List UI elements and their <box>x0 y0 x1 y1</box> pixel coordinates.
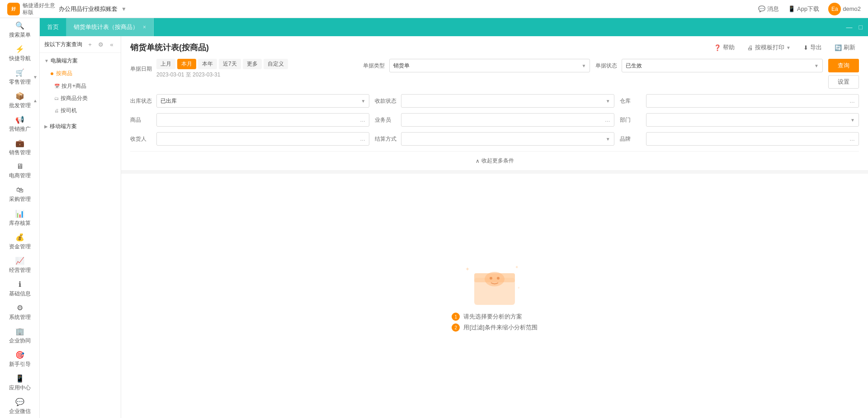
wholesale-arrow-icon: ▲ <box>33 98 38 103</box>
export-btn[interactable]: ⬇ 导出 <box>800 42 826 53</box>
scheme-item-by-category[interactable]: 🗂 按商品分类 <box>40 92 121 104</box>
breadcrumb-arrow-icon[interactable]: ▼ <box>121 6 127 12</box>
brand-input[interactable]: … <box>646 132 859 146</box>
filter-payment: 结算方式 ▼ <box>375 132 614 146</box>
warehouse-input[interactable]: … <box>646 94 859 108</box>
scheme-settings-btn[interactable]: ⚙ <box>96 40 105 49</box>
step-num-2: 2 <box>452 323 460 332</box>
svg-point-3 <box>490 277 492 280</box>
wechat-icon: 💬 <box>15 398 24 406</box>
date-range-text: 2023-03-01 至 2023-03-31 <box>156 71 358 79</box>
sidebar-item-retail[interactable]: 🛒 零售管理 ▼ <box>0 65 39 89</box>
sidebar-item-ecommerce[interactable]: 🖥 电商管理 <box>0 159 39 183</box>
scheme-group-desktop-header[interactable]: ▼ 电脑端方案 <box>40 55 121 67</box>
scheme-group-mobile-header[interactable]: ▶ 移动端方案 <box>40 120 121 133</box>
scheme-item-by-product[interactable]: 按商品 <box>40 67 121 80</box>
product-dots-icon[interactable]: … <box>360 117 365 123</box>
marketing-icon: 📢 <box>15 115 24 124</box>
doc-type-select[interactable]: 销货单 ▼ <box>389 59 590 72</box>
scheme-item-by-month-product[interactable]: 📅 按月+商品 <box>40 80 121 92</box>
date-btn-prev-month[interactable]: 上月 <box>156 59 175 69</box>
query-button[interactable]: 查询 <box>828 59 859 72</box>
consignee-dots-icon[interactable]: … <box>360 136 365 142</box>
scheme-panel-header: 按以下方案查询 + ⚙ « <box>40 36 121 53</box>
date-btn-7days[interactable]: 近7天 <box>219 59 241 69</box>
sidebar: 🔍 搜索菜单 ⚡ 快捷导航 🛒 零售管理 ▼ 📦 批发管理 ▲ 📢 营销推广 💼… <box>0 18 40 418</box>
scheme-panel-title: 按以下方案查询 <box>44 41 82 48</box>
print-btn[interactable]: 🖨 按模板打印 ▼ <box>744 42 794 53</box>
filter-row-1: 单据日期 上月 本月 本年 近7天 更多 自定义 20 <box>130 59 859 89</box>
staff-dots-icon[interactable]: … <box>605 117 610 123</box>
help-btn[interactable]: ❓ 帮助 <box>710 42 738 53</box>
scheme-group-desktop: ▼ 电脑端方案 按商品 📅 按月+商品 🗂 按商品分类 <box>40 53 121 119</box>
consignee-input[interactable]: … <box>156 132 369 146</box>
out-status-select[interactable]: 已出库 ▼ <box>156 94 369 108</box>
tab-minimize-icon[interactable]: — <box>844 22 854 33</box>
tab-home[interactable]: 首页 <box>40 18 66 36</box>
scheme-collapse-btn[interactable]: « <box>107 40 116 49</box>
product-input[interactable]: … <box>156 113 369 127</box>
scheme-item-by-printer[interactable]: 🖨 按司机 <box>40 104 121 117</box>
date-btn-cur-month[interactable]: 本月 <box>177 59 196 69</box>
sidebar-item-wechat[interactable]: 💬 企业微信 <box>0 394 39 418</box>
collapse-arrow-icon: ∧ <box>476 158 480 164</box>
main-layout: 🔍 搜索菜单 ⚡ 快捷导航 🛒 零售管理 ▼ 📦 批发管理 ▲ 📢 营销推广 💼… <box>0 18 868 418</box>
tab-bar-actions: — □ <box>841 18 868 36</box>
filter-collapse-btn[interactable]: ∧ 收起更多条件 <box>130 154 859 167</box>
sidebar-item-quick-nav[interactable]: ⚡ 快捷导航 <box>0 42 39 65</box>
payment-arrow-icon: ▼ <box>606 137 610 142</box>
tab-sales-report[interactable]: 销货单统计表（按商品） × <box>66 18 154 36</box>
scheme-sub-icon-3: 🖨 <box>54 108 59 113</box>
system-icon: ⚙ <box>17 304 23 312</box>
date-btn-custom[interactable]: 自定义 <box>264 59 288 69</box>
industry-breadcrumb[interactable]: 办公用品行业模拟账套 <box>59 5 118 13</box>
sidebar-item-sales[interactable]: 💼 销售管理 <box>0 136 39 159</box>
wholesale-icon: 📦 <box>15 92 24 100</box>
filter-doc-status: 单据状态 已生效 ▼ <box>595 59 823 72</box>
filter-row-2: 出库状态 已出库 ▼ 收款状态 ▼ <box>130 94 859 108</box>
refresh-btn[interactable]: 🔄 刷新 <box>831 42 859 53</box>
payment-select[interactable]: ▼ <box>401 132 614 146</box>
filter-warehouse: 仓库 … <box>620 94 859 108</box>
sidebar-item-marketing[interactable]: 📢 营销推广 <box>0 112 39 136</box>
filter-product: 商品 … <box>130 113 369 127</box>
date-btn-more[interactable]: 更多 <box>243 59 262 69</box>
basic-info-icon: ℹ <box>19 280 21 289</box>
sidebar-item-search-menu[interactable]: 🔍 搜索菜单 <box>0 18 39 42</box>
app-download-btn[interactable]: 📱 App下载 <box>788 5 819 13</box>
scheme-group-mobile-arrow-icon: ▶ <box>44 124 48 129</box>
sidebar-item-system[interactable]: ⚙ 系统管理 <box>0 300 39 324</box>
tab-maximize-icon[interactable]: □ <box>857 22 864 33</box>
staff-input[interactable]: … <box>401 113 614 127</box>
sidebar-item-inventory[interactable]: 📊 库存核算 <box>0 206 39 230</box>
sidebar-item-ops[interactable]: 📈 经营管理 <box>0 253 39 277</box>
brand-dots-icon[interactable]: … <box>849 136 855 142</box>
sidebar-item-wholesale[interactable]: 📦 批发管理 ▲ <box>0 89 39 112</box>
warehouse-dots-icon[interactable]: … <box>849 98 855 104</box>
warehouse-label: 仓库 <box>620 97 642 105</box>
date-btn-year[interactable]: 本年 <box>198 59 217 69</box>
enterprise-icon: 🏢 <box>15 327 24 336</box>
sidebar-item-basic-info[interactable]: ℹ 基础信息 <box>0 277 39 300</box>
empty-step-1: 1 请先选择要分析的方案 <box>452 313 537 321</box>
scheme-add-btn[interactable]: + <box>85 40 94 49</box>
user-profile-btn[interactable]: Ea demo2 <box>828 3 861 15</box>
settings-button[interactable]: 设置 <box>828 75 859 89</box>
sales-icon: 💼 <box>15 139 24 147</box>
doc-status-select[interactable]: 已生效 ▼ <box>622 59 823 72</box>
filter-row-4: 收货人 … 结算方式 ▼ <box>130 132 859 146</box>
sidebar-item-newbie[interactable]: 🎯 新手引导 <box>0 347 39 371</box>
scheme-sub-icon-2: 🗂 <box>54 96 59 101</box>
receipt-status-select[interactable]: ▼ <box>401 94 614 108</box>
message-btn[interactable]: 💬 消息 <box>758 5 779 13</box>
date-btn-group: 上月 本月 本年 近7天 更多 自定义 <box>156 59 358 69</box>
page-header-row: 销货单统计表(按商品) ❓ 帮助 🖨 按模板打印 ▼ <box>130 42 859 53</box>
tab-close-icon[interactable]: × <box>143 24 146 30</box>
sidebar-item-finance[interactable]: 💰 资金管理 <box>0 230 39 253</box>
sidebar-item-purchase[interactable]: 🛍 采购管理 <box>0 183 39 206</box>
export-icon: ⬇ <box>803 44 808 51</box>
sidebar-item-app-center[interactable]: 📱 应用中心 <box>0 371 39 394</box>
dept-select[interactable]: ▼ <box>646 113 859 127</box>
sidebar-item-enterprise[interactable]: 🏢 企业协同 <box>0 324 39 347</box>
dept-arrow-icon: ▼ <box>850 118 855 123</box>
